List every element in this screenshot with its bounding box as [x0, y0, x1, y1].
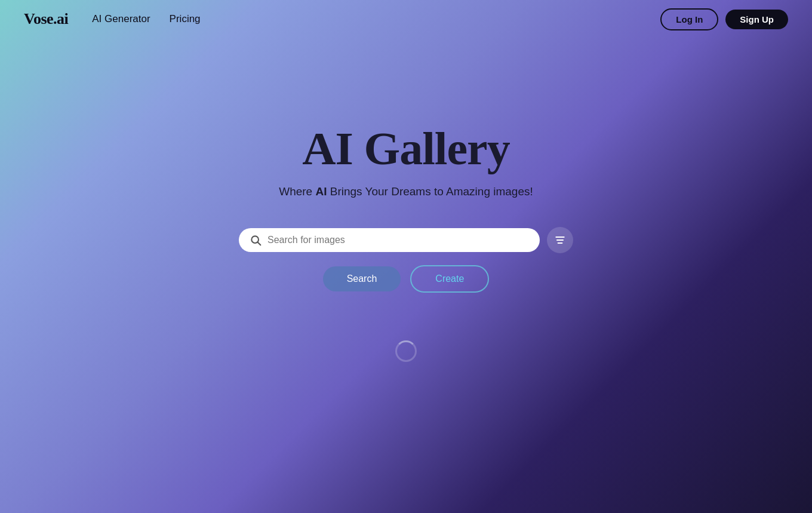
loading-area: [0, 340, 812, 362]
search-button[interactable]: Search: [323, 266, 401, 291]
search-input[interactable]: [267, 235, 529, 245]
subtitle-prefix: Where: [279, 185, 315, 198]
svg-line-1: [258, 242, 261, 245]
nav-left: Vose.ai AI Generator Pricing: [24, 10, 201, 28]
hero-subtitle: Where AI Brings Your Dreams to Amazing i…: [279, 185, 533, 198]
subtitle-suffix: Brings Your Dreams to Amazing images!: [327, 185, 533, 198]
nav-link-pricing[interactable]: Pricing: [170, 13, 201, 25]
create-button[interactable]: Create: [410, 265, 489, 293]
search-area: Search Create: [0, 227, 812, 293]
search-icon: [250, 234, 262, 246]
logo[interactable]: Vose.ai: [24, 10, 68, 28]
navbar: Vose.ai AI Generator Pricing Log In Sign…: [0, 0, 812, 38]
filter-button[interactable]: [547, 227, 573, 253]
nav-right: Log In Sign Up: [660, 8, 788, 30]
hero-title: AI Gallery: [302, 122, 509, 176]
hero-section: AI Gallery Where AI Brings Your Dreams t…: [0, 38, 812, 293]
login-button[interactable]: Log In: [660, 8, 718, 30]
nav-links: AI Generator Pricing: [92, 13, 200, 25]
nav-link-ai-generator[interactable]: AI Generator: [92, 13, 150, 25]
filter-icon: [554, 234, 566, 246]
search-input-wrapper: [239, 228, 540, 252]
search-row: [239, 227, 573, 253]
action-buttons: Search Create: [323, 265, 490, 293]
loading-spinner: [395, 340, 417, 362]
subtitle-bold: AI: [315, 185, 327, 198]
signup-button[interactable]: Sign Up: [725, 10, 788, 29]
